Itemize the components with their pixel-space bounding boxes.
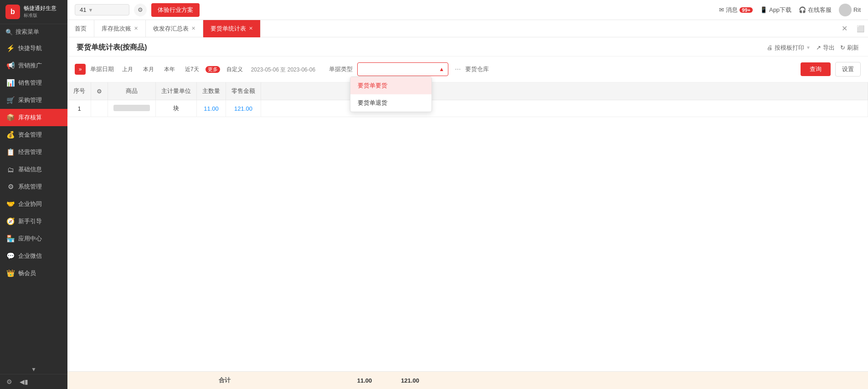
sidebar-item-marketing[interactable]: 📢 营销推广 [0, 57, 67, 74]
store-dropdown-icon: ▼ [88, 7, 93, 13]
sidebar-item-guide[interactable]: 🧭 新手引导 [0, 213, 67, 230]
date-btn-this-year[interactable]: 本年 [160, 65, 179, 74]
tab-request-summary-close[interactable]: ✕ [249, 26, 253, 31]
col-unit: 主计量单位 [156, 82, 197, 100]
online-service-label: 在线客服 [808, 6, 832, 14]
guide-icon: 🧭 [6, 217, 15, 225]
export-icon: ↗ [816, 44, 821, 51]
messages-label: 消息 [726, 6, 738, 14]
sidebar-item-label: 销售管理 [18, 79, 42, 87]
amount-link[interactable]: 121.00 [234, 105, 252, 112]
date-shortcuts: 上月 本月 本年 近7天 更多 自定义 [118, 65, 247, 74]
trial-btn[interactable]: 体验行业方案 [151, 3, 200, 17]
type-dropdown: 要货单要货 要货单退货 [350, 77, 432, 112]
sidebar-item-label: 基础信息 [18, 165, 42, 174]
user-profile[interactable]: Rit [839, 4, 861, 16]
sidebar-item-finance[interactable]: 💰 资金管理 [0, 126, 67, 143]
sidebar-item-label: 企业微信 [18, 252, 42, 260]
date-range-block: 2023-05-06 至 2023-06-06 [251, 65, 315, 74]
topbar-settings-btn[interactable]: ⚙ [134, 4, 147, 16]
tab-batch-stock[interactable]: 库存批次账 ✕ [94, 20, 146, 37]
page-title: 要货单统计表(按商品) [77, 43, 147, 52]
date-range-text: 2023-05-06 至 2023-06-06 [251, 66, 315, 74]
messages-badge: 99+ [740, 7, 753, 13]
sidebar-logo: b 畅捷通好生意 标准版 [0, 0, 67, 24]
date-btn-this-month[interactable]: 本月 [139, 65, 158, 74]
sidebar-item-label: 资金管理 [18, 131, 42, 139]
store-selector[interactable]: 41 ▼ [75, 4, 129, 15]
sales-icon: 📊 [6, 79, 15, 87]
filter-more-btn[interactable]: ··· [455, 65, 461, 73]
topbar: 41 ▼ ⚙ 体验行业方案 ✉ 消息 99+ 📱 App下载 🎧 在线客服 [67, 0, 868, 20]
messages-action[interactable]: ✉ 消息 99+ [719, 6, 753, 14]
appstore-icon: 🏪 [6, 235, 15, 243]
sidebar-item-wechat[interactable]: 💬 企业微信 [0, 247, 67, 265]
tab-receive-summary-close[interactable]: ✕ [191, 26, 195, 31]
system-icon: ⚙ [6, 183, 15, 191]
sidebar-item-quick-nav[interactable]: ⚡ 快捷导航 [0, 40, 67, 57]
settings-icon[interactable]: ⚙ [6, 378, 12, 385]
print-btn[interactable]: 🖨 按模板打印 ▼ [767, 44, 811, 52]
tabbar-expand[interactable]: ⬜ [853, 25, 868, 32]
more-date-badge[interactable]: 更多 [205, 66, 220, 73]
cell-amount: 121.00 [226, 100, 261, 117]
page-header: 要货单统计表(按商品) 🖨 按模板打印 ▼ ↗ 导出 ↻ 刷新 [67, 37, 868, 56]
cell-settings [91, 100, 108, 117]
sidebar-item-basic[interactable]: 🗂 基础信息 [0, 161, 67, 178]
table-wrapper: 序号 ⚙ 商品 主计量单位 主数量 零售金额 1 [67, 82, 868, 371]
dropdown-item-1[interactable]: 要货单退货 [350, 94, 431, 112]
date-btn-last-month[interactable]: 上月 [118, 65, 137, 74]
search-icon: 🔍 [5, 29, 13, 36]
refresh-btn[interactable]: ↻ 刷新 [840, 44, 859, 52]
tab-request-summary[interactable]: 要货单统计表 ✕ [203, 20, 261, 37]
app-logo-icon: b [5, 5, 20, 19]
warehouse-label: 要货仓库 [465, 65, 489, 73]
sidebar-item-purchase[interactable]: 🛒 采购管理 [0, 92, 67, 109]
refresh-icon: ↻ [840, 44, 845, 51]
date-btn-last7d[interactable]: 近7天 [181, 65, 203, 74]
sidebar-item-inventory[interactable]: 📦 库存核算 [0, 109, 67, 126]
sidebar-item-collab[interactable]: 🤝 企业协同 [0, 195, 67, 213]
footer-amount: 121.00 [392, 377, 428, 384]
query-btn[interactable]: 查询 [801, 62, 831, 76]
type-select-input[interactable] [361, 66, 439, 73]
sidebar-scroll-down[interactable]: ▼ [0, 365, 67, 374]
sidebar-item-label: 经营管理 [18, 148, 42, 156]
app-download-label: App下载 [769, 6, 791, 14]
tab-receive-summary[interactable]: 收发存汇总表 ✕ [146, 20, 203, 37]
settings-filter-btn[interactable]: 设置 [835, 62, 861, 77]
sidebar-item-operation[interactable]: 📋 经营管理 [0, 143, 67, 161]
online-service-action[interactable]: 🎧 在线客服 [799, 6, 832, 14]
sidebar-item-sales[interactable]: 📊 销售管理 [0, 74, 67, 92]
tabbar-close-all[interactable]: ✕ [836, 24, 853, 33]
store-name: 41 [80, 6, 86, 13]
app-download-action[interactable]: 📱 App下载 [760, 6, 791, 14]
sidebar-item-system[interactable]: ⚙ 系统管理 [0, 178, 67, 195]
tab-receive-summary-label: 收发存汇总表 [153, 25, 189, 33]
basic-icon: 🗂 [6, 166, 15, 174]
date-btn-custom[interactable]: 自定义 [223, 65, 247, 74]
topbar-left: 41 ▼ ⚙ 体验行业方案 [75, 3, 714, 17]
tab-batch-stock-close[interactable]: ✕ [134, 26, 138, 31]
sidebar-item-label: 采购管理 [18, 96, 42, 104]
tab-home[interactable]: 首页 [67, 20, 94, 37]
print-dropdown-icon: ▼ [806, 45, 811, 50]
sidebar-item-label: 营销推广 [18, 61, 42, 70]
col-settings[interactable]: ⚙ [91, 82, 108, 100]
purchase-icon: 🛒 [6, 96, 15, 104]
sidebar-item-appstore[interactable]: 🏪 应用中心 [0, 230, 67, 247]
sidebar-item-vip[interactable]: 👑 畅会员 [0, 265, 67, 282]
filter-expand-btn[interactable]: » [75, 64, 86, 75]
export-btn[interactable]: ↗ 导出 [816, 44, 835, 52]
app-sub: 标准版 [24, 12, 56, 19]
quantity-link[interactable]: 11.00 [204, 105, 219, 112]
main-area: 41 ▼ ⚙ 体验行业方案 ✉ 消息 99+ 📱 App下载 🎧 在线客服 [67, 0, 868, 389]
sidebar-search[interactable]: 🔍 搜索菜单 [0, 24, 67, 40]
dropdown-item-0[interactable]: 要货单要货 [350, 77, 431, 94]
print-icon: 🖨 [767, 44, 773, 51]
operation-icon: 📋 [6, 148, 15, 156]
page-inner: 要货单统计表(按商品) 🖨 按模板打印 ▼ ↗ 导出 ↻ 刷新 [67, 37, 868, 389]
sidebar-item-label: 企业协同 [18, 200, 42, 208]
collapse-icon[interactable]: ◀▮ [20, 378, 28, 385]
type-select-wrapper[interactable]: ▲ [357, 62, 448, 76]
